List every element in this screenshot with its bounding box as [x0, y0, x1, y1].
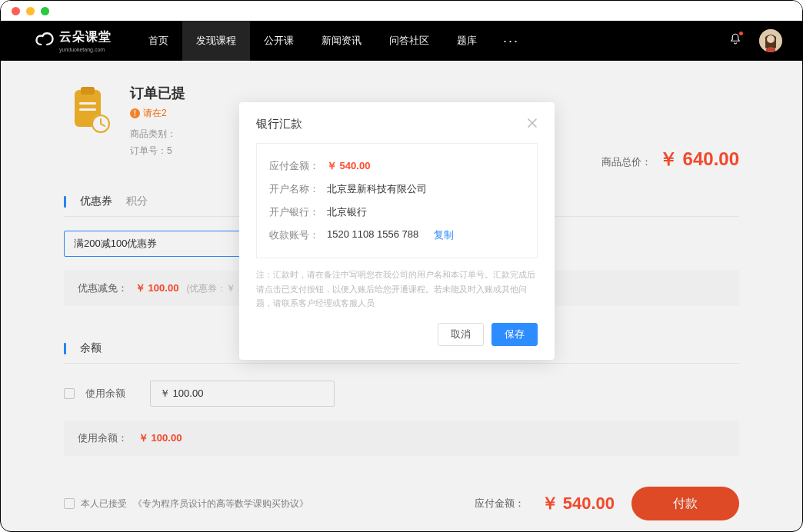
account-no-value: 1520 1108 1556 788 [327, 228, 418, 242]
copy-account-button[interactable]: 复制 [434, 228, 454, 242]
close-icon [527, 118, 538, 128]
bank-transfer-modal: 银行汇款 应付金额： ￥ 540.00 开户名称： 北京昱新科技有限公司 开户银… [239, 102, 555, 360]
window-titlebar [1, 1, 802, 21]
bank-value: 北京银行 [327, 205, 367, 219]
payable-label: 应付金额： [269, 159, 319, 173]
payable-value: ￥ 540.00 [327, 159, 370, 173]
modal-body: 应付金额： ￥ 540.00 开户名称： 北京昱新科技有限公司 开户银行： 北京… [256, 143, 538, 258]
modal-note: 注：汇款时，请在备注中写明您在我公司的用户名和本订单号。汇款完成后请点击已支付按… [256, 268, 538, 311]
modal-close-button[interactable] [527, 116, 538, 132]
maximize-window-button[interactable] [41, 7, 49, 15]
save-button[interactable]: 保存 [491, 323, 538, 346]
close-window-button[interactable] [12, 7, 20, 15]
account-no-label: 收款账号： [269, 228, 319, 242]
bank-label: 开户银行： [269, 205, 319, 219]
modal-title: 银行汇款 [256, 117, 302, 131]
minimize-window-button[interactable] [26, 7, 35, 15]
cancel-button[interactable]: 取消 [438, 323, 484, 346]
account-name-value: 北京昱新科技有限公司 [327, 182, 427, 196]
account-name-label: 开户名称： [269, 182, 319, 196]
